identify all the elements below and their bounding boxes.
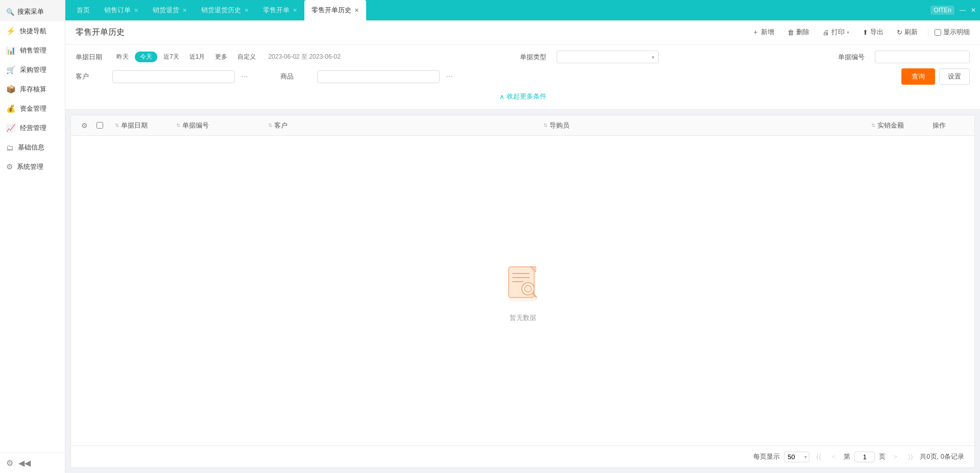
table-area: ⚙ ⇅ 单据日期 ⇅ 单据编号 ⇅ 客户 ⇅ 导购员 [70,115,975,468]
sidebar-item-quick-nav[interactable]: ⚡ 快捷导航 [0,21,65,41]
sidebar-collapse-btn[interactable]: ◀◀ [18,458,31,468]
sidebar-item-operations[interactable]: 📈 经营管理 [0,118,65,138]
sidebar-item-purchase-mgmt[interactable]: 🛒 采购管理 [0,60,65,80]
bill-no-label: 单据编号 [838,53,869,62]
svg-point-7 [524,285,532,292]
prev-page-btn[interactable]: ＜ [828,451,840,462]
show-detail-checkbox[interactable] [935,29,941,36]
table-header: ⚙ ⇅ 单据日期 ⇅ 单据编号 ⇅ 客户 ⇅ 导购员 [71,115,974,136]
total-info: 共0页, 0条记录 [920,452,964,461]
th-guide[interactable]: ⇅ 导购员 [539,121,601,130]
delete-icon: 🗑 [787,29,794,36]
page-header: 零售开单历史 ＋ 新增 🗑 删除 🖨 打印 ▾ ⬆ 导出 [65,20,980,44]
empty-text: 暂无数据 [510,313,536,322]
sidebar-item-label: 经营管理 [20,123,46,133]
sidebar-item-base-info[interactable]: 🗂 基础信息 [0,138,65,157]
per-page-label: 每页显示 [753,452,780,461]
print-button[interactable]: 🖨 打印 ▾ [819,26,853,39]
sidebar-item-inventory[interactable]: 📦 库存核算 [0,80,65,99]
th-customer[interactable]: ⇅ 客户 [264,121,539,130]
last-page-btn[interactable]: ⟩⟩ [905,452,916,462]
page-number-input[interactable] [854,452,875,462]
tab-retail-history[interactable]: 零售开单历史 ✕ [304,0,366,20]
sidebar-item-label: 销售管理 [20,46,46,55]
date-btn-more[interactable]: 更多 [211,52,231,62]
sidebar-item-sales-mgmt[interactable]: 📊 销售管理 [0,41,65,60]
operations-icon: 📈 [6,123,16,133]
sidebar-item-finance[interactable]: 💰 资金管理 [0,99,65,118]
sort-icon-guide: ⇅ [543,122,547,128]
customer-input[interactable] [112,70,235,83]
collapse-row: ∧ 收起更多条件 [76,90,970,103]
date-filter-label: 单据日期 [76,53,106,62]
date-range-display: 2023-06-02 至 2023-06-02 [268,53,340,61]
tab-sales-order[interactable]: 销售订单 ✕ [97,0,146,20]
empty-illustration [497,259,548,305]
export-button[interactable]: ⬆ 导出 [858,26,888,39]
print-arrow-icon: ▾ [847,30,849,35]
sidebar-search[interactable]: 🔍 搜索采单 [0,0,65,21]
sidebar: 🔍 搜索采单 ⚡ 快捷导航 📊 销售管理 🛒 采购管理 📦 库存核算 💰 资金管… [0,0,65,473]
refresh-button[interactable]: ↻ 刷新 [893,26,922,39]
first-page-btn[interactable]: ⟨⟨ [814,452,824,462]
page-label: 第 [844,452,850,461]
add-icon: ＋ [752,28,759,37]
tab-sales-return-history[interactable]: 销货退货历史 ✕ [194,0,256,20]
goods-input[interactable] [317,70,440,83]
page-suffix: 页 [879,452,886,461]
refresh-label: 刷新 [904,28,918,37]
bill-no-input[interactable] [875,51,970,63]
finance-icon: 💰 [6,104,16,113]
toolbar: ＋ 新增 🗑 删除 🖨 打印 ▾ ⬆ 导出 ↻ 刷新 [748,26,970,39]
date-btn-today[interactable]: 今天 [135,52,157,62]
type-filter-label: 单据类型 [520,53,551,62]
tab-retail-open-close[interactable]: ✕ [293,7,297,14]
query-button[interactable]: 查询 [901,68,935,85]
th-action: 操作 [928,121,969,130]
select-all-checkbox[interactable] [97,122,103,129]
quick-nav-icon: ⚡ [6,27,16,36]
sidebar-item-system[interactable]: ⚙ 系统管理 [0,157,65,177]
tab-sales-return-history-close[interactable]: ✕ [244,7,249,14]
th-bill-no[interactable]: ⇅ 单据编号 [172,121,264,130]
tab-retail-history-label: 零售开单历史 [312,6,351,15]
th-amount[interactable]: ⇅ 实销金额 [867,121,928,130]
sort-icon-amount: ⇅ [871,122,875,128]
th-date[interactable]: ⇅ 单据日期 [111,121,172,130]
show-detail-label[interactable]: 显示明细 [935,28,970,37]
tab-retail-history-close[interactable]: ✕ [354,7,359,14]
collapse-conditions-btn[interactable]: ∧ 收起更多条件 [497,90,548,103]
tab-home-label: 首页 [77,6,90,15]
date-btn-1month[interactable]: 近1月 [185,52,209,62]
date-btn-yesterday[interactable]: 昨天 [112,52,133,62]
settings-filter-button[interactable]: 设置 [939,68,970,85]
tab-sales-return[interactable]: 销货退货 ✕ [146,0,194,20]
tab-home[interactable]: 首页 [69,0,97,20]
delete-button[interactable]: 🗑 删除 [783,26,814,39]
window-close-btn[interactable]: ✕ [971,7,976,14]
export-label: 导出 [870,28,883,37]
customer-filter-label: 客户 [76,72,106,81]
per-page-select[interactable]: 10 20 50 100 [784,452,809,462]
goods-dots[interactable]: ··· [446,72,452,81]
goods-filter-label: 商品 [280,72,311,81]
page-title: 零售开单历史 [76,27,125,38]
add-label: 新增 [761,28,774,37]
filter-area: 单据日期 昨天 今天 近7天 近1月 更多 自定义 2023-06-02 至 2… [65,44,980,110]
tab-sales-order-close[interactable]: ✕ [134,7,138,14]
window-minimize-btn[interactable]: — [960,7,966,14]
empty-state: 暂无数据 [71,136,974,445]
date-btn-7days[interactable]: 近7天 [159,52,183,62]
next-page-btn[interactable]: ＞ [890,451,901,462]
tab-sales-return-close[interactable]: ✕ [182,7,187,14]
system-icon: ⚙ [6,162,13,171]
sales-icon: 📊 [6,46,16,55]
type-select[interactable] [557,51,659,63]
table-settings-btn[interactable]: ⚙ [76,117,92,134]
often-badge[interactable]: OfTEn [930,6,954,15]
date-btn-custom[interactable]: 自定义 [233,52,260,62]
tab-retail-open[interactable]: 零售开单 ✕ [256,0,304,20]
sidebar-settings-btn[interactable]: ⚙ [6,458,13,468]
customer-dots[interactable]: ··· [241,72,248,81]
add-button[interactable]: ＋ 新增 [748,26,778,39]
